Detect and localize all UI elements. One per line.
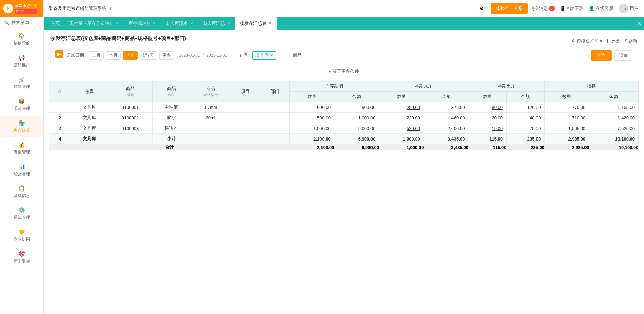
tab-stock-dist-close[interactable]: ✕: [116, 21, 119, 26]
export-btn[interactable]: ⬆ 导出: [606, 38, 620, 44]
expand-more-btn[interactable]: ▾ 展开更多条件: [329, 68, 359, 75]
user-avatar: Ea: [619, 4, 628, 13]
refresh-btn[interactable]: ↺ 刷新: [623, 38, 637, 44]
sidebar-item-finance[interactable]: 💰 资金管理: [0, 137, 43, 159]
row-warehouse: 文具库: [70, 102, 108, 113]
sidebar-item-label: 基础信息: [14, 193, 30, 199]
date-btn-7days[interactable]: 近7天: [140, 51, 157, 60]
sidebar-item-label: 企业协同: [14, 236, 30, 242]
tab-in-out-flow[interactable]: 出入库流水 ✕: [161, 17, 198, 30]
date-btn-last-month[interactable]: 上月: [89, 51, 104, 60]
footer-opening-qty: 2,100.00: [290, 144, 334, 151]
footer-label: 合计: [49, 144, 290, 151]
row-opening-qty: 500.00: [290, 113, 334, 123]
sidebar-search[interactable]: 🔍 搜索菜单: [0, 17, 43, 29]
settings-button[interactable]: ⚙: [477, 4, 486, 13]
table-row: 1 文具库 0100001 中性笔 0.7mm 600.00 900.00 25…: [49, 102, 639, 113]
row-product-name: 小计: [153, 134, 190, 144]
row-in-amt: 375.00: [424, 102, 468, 113]
row-in-qty[interactable]: 250.00: [379, 102, 424, 113]
table-row: 2 文具库 0100002 胶水 20ml 500.00 1,000.00 23…: [49, 113, 639, 123]
system-name: 装备及固定资产辅助管理系统: [49, 5, 106, 12]
sidebar-item-enterprise[interactable]: 🤝 企业协同: [0, 225, 43, 246]
sidebar-item-sales[interactable]: 🛒 销售管理: [0, 72, 43, 94]
sidebar-item-quick-nav[interactable]: 🏠 快捷导航: [0, 29, 43, 50]
sidebar-item-label: 新手引导: [14, 258, 30, 264]
message-label: 消息: [539, 5, 548, 12]
warehouse-tag-close[interactable]: ✕: [270, 53, 273, 58]
experience-btn[interactable]: 体验行业方案: [491, 3, 528, 14]
print-btn[interactable]: 🖨 按模板打印 ▾: [571, 38, 602, 44]
col-opening-amt-header: 金额: [334, 92, 379, 102]
query-btn[interactable]: 查询: [591, 50, 612, 61]
filter-expand-btn[interactable]: ▶: [55, 50, 63, 58]
col-settings-icon[interactable]: ⚙: [57, 89, 62, 94]
close-all-tabs[interactable]: ✕: [637, 20, 641, 27]
tab-batch-ledger-close[interactable]: ✕: [153, 21, 156, 26]
sidebar: 6 畅库通好生意 标准版 🔍 搜索菜单 🏠 快捷导航 📢 营销推广 🛒 销售管理…: [0, 0, 44, 314]
row-product-code: [108, 134, 153, 144]
tab-stock-dist[interactable]: 现存量（库存分布表） ✕: [65, 17, 124, 30]
row-out-qty[interactable]: 20.00: [468, 113, 507, 123]
sidebar-item-system[interactable]: ⚙️ 系统管理: [0, 203, 43, 225]
row-out-qty[interactable]: 15.00: [468, 123, 507, 134]
sidebar-nav: 🏠 快捷导航 📢 营销推广 🛒 销售管理 📦 采购管理 🏪 库存核算 💰 资金管…: [0, 29, 43, 314]
online-service-label: 在线客服: [596, 5, 613, 12]
marketing-icon: 📢: [18, 54, 25, 61]
table-footer: 合计 2,100.00 6,900.00 1,000.00 3,435.00 1…: [49, 144, 639, 151]
row-out-amt: 40.00: [507, 113, 545, 123]
main-area: 装备及固定资产辅助管理系统 ▾ ⚙ 体验行业方案 💬 消息 6 📱 App下载 …: [44, 0, 644, 314]
print-icon: 🖨: [571, 38, 575, 44]
tab-home[interactable]: 首页: [46, 17, 65, 30]
row-opening-qty: 2,100.00: [290, 134, 334, 144]
app-download-btn[interactable]: 📱 App下载: [560, 5, 583, 12]
row-opening-amt: 6,900.00: [334, 134, 379, 144]
row-out-qty[interactable]: 80.00: [468, 102, 507, 113]
sidebar-item-label: 快捷导航: [14, 40, 30, 46]
date-filter-label: 记账日期: [66, 52, 84, 59]
sidebar-item-inventory[interactable]: 🏪 库存核算: [0, 116, 43, 137]
online-service-btn[interactable]: 👤 在线客服: [589, 5, 613, 12]
tab-in-out-summary[interactable]: 出入库汇总 ✕: [198, 17, 235, 30]
tab-receive-summary[interactable]: 收发存汇总表 ✕: [235, 17, 277, 30]
col-settings-header[interactable]: ⚙: [49, 81, 70, 102]
date-btn-this-month[interactable]: 本月: [106, 51, 121, 60]
row-project: [231, 134, 260, 144]
export-label: 导出: [611, 38, 620, 44]
row-balance-qty: 710.00: [544, 113, 589, 123]
sidebar-item-purchase[interactable]: 📦 采购管理: [0, 94, 43, 116]
row-balance-amt: 1,420.00: [589, 113, 639, 123]
expand-label: 展开更多条件: [332, 68, 359, 75]
row-opening-qty: 600.00: [290, 102, 334, 113]
message-btn[interactable]: 💬 消息 6: [532, 5, 555, 12]
product-dots[interactable]: ···: [307, 53, 310, 58]
sidebar-item-marketing[interactable]: 📢 营销推广: [0, 50, 43, 72]
warehouse-tag: 文具库 ✕: [252, 51, 276, 60]
tab-batch-ledger[interactable]: 库存批次账 ✕: [124, 17, 161, 30]
sidebar-item-operation[interactable]: 📊 经营管理: [0, 159, 43, 181]
row-in-qty[interactable]: 230.00: [379, 113, 424, 123]
sidebar-item-guide[interactable]: 🎯 新手引导: [0, 246, 43, 268]
sidebar-item-base-info[interactable]: 📋 基础信息: [0, 181, 43, 203]
search-label: 搜索菜单: [12, 20, 29, 26]
date-btn-more[interactable]: 更多: [159, 51, 174, 60]
row-opening-qty: 1,000.00: [290, 123, 334, 134]
row-project: [231, 113, 260, 123]
warehouse-dots[interactable]: ···: [281, 53, 285, 58]
tab-in-out-flow-close[interactable]: ✕: [190, 21, 193, 26]
row-project: [231, 102, 260, 113]
col-balance-qty-header: 数量: [544, 92, 589, 102]
filter-settings-btn[interactable]: 设置: [614, 50, 632, 61]
col-product-code-header: 商品编码: [108, 81, 153, 102]
date-btn-this-year[interactable]: 本年: [123, 51, 138, 60]
tab-receive-summary-close[interactable]: ✕: [268, 21, 272, 26]
warehouse-value: 文具库: [255, 52, 269, 59]
row-warehouse: 文具库: [70, 134, 108, 144]
sidebar-item-label: 资金管理: [14, 149, 30, 155]
user-area[interactable]: Ea 用户: [619, 4, 639, 13]
row-opening-amt: 900.00: [334, 102, 379, 113]
tab-in-out-summary-close[interactable]: ✕: [227, 21, 230, 26]
operation-icon: 📊: [18, 163, 25, 170]
row-in-qty[interactable]: 520.00: [379, 123, 424, 134]
guide-icon: 🎯: [18, 250, 25, 257]
